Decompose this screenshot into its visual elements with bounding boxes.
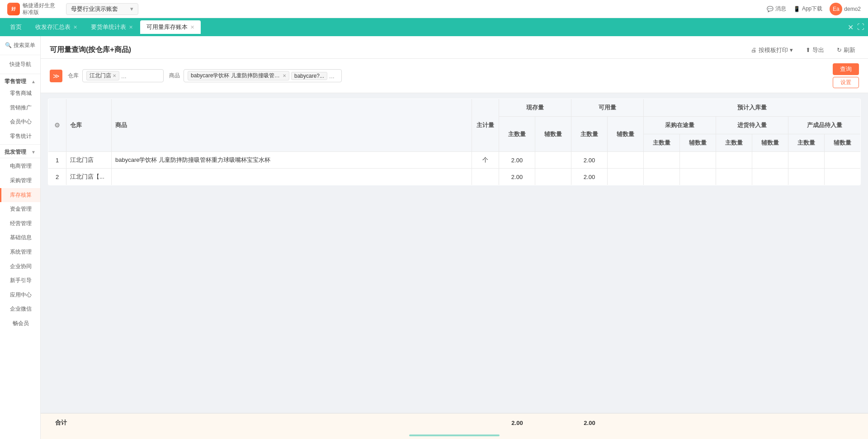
sidebar-item-enterprise[interactable]: 企业协同 — [0, 260, 40, 274]
sidebar-item-purchase[interactable]: 采购管理 — [0, 174, 40, 188]
retail-management-label: 零售管理 — [5, 78, 26, 85]
th-settings[interactable]: ⚙ — [48, 99, 66, 152]
wholesale-label: 批发管理 — [5, 148, 26, 156]
product-filter-label: 商品 — [169, 72, 180, 80]
online-store-label: 零售商城 — [10, 90, 32, 97]
avatar: Ea — [830, 3, 842, 15]
cell-warehouse: 江北门店【... — [66, 169, 112, 185]
sidebar: 🔍 搜索菜单 快捷导航 零售管理 ▲ 零售商城 营销推广 会员中心 零售统计 — [0, 36, 41, 439]
sidebar-item-system[interactable]: 系统管理 — [0, 245, 40, 260]
nav-tabs-bar: 首页 收发存汇总表 ✕ 要货单统计表 ✕ 可用量库存账本 ✕ ✕ ⛶ — [0, 18, 868, 36]
query-button[interactable]: 查询 — [833, 63, 859, 75]
sidebar-quicknav: 快捷导航 — [0, 55, 40, 74]
tab-receipt-close[interactable]: ✕ — [73, 24, 77, 30]
tab-receipt-summary[interactable]: 收发存汇总表 ✕ — [29, 20, 84, 34]
cell-available-aux — [608, 152, 644, 169]
sidebar-item-finance[interactable]: 资金管理 — [0, 202, 40, 217]
quicknav-label: 快捷导航 — [9, 61, 31, 68]
table-row: 1 江北门店 babycare学饮杯 儿童防摔防撞吸管杯重力球吸嘴杯宝宝水杯 个… — [48, 152, 861, 169]
sidebar-item-vip[interactable]: 畅会员 — [0, 316, 40, 331]
th-purchase-subgroup: 采购在途量 — [644, 117, 716, 134]
sidebar-section: 零售管理 ▲ 零售商城 营销推广 会员中心 零售统计 批发管理 ▼ 电商管理 — [0, 74, 40, 332]
product-more-button[interactable]: ... — [329, 72, 335, 80]
export-button[interactable]: ⬆ 导出 — [802, 44, 828, 56]
close-all-tabs-button[interactable]: ✕ — [848, 23, 854, 32]
warehouse-tag: 江北门店 ✕ — [86, 71, 119, 80]
page-header: 可用量查询(按仓库+商品) 🖨 按模板打印 ▾ ⬆ 导出 ↻ 刷新 — [41, 36, 868, 59]
ecommerce-label: 电商管理 — [10, 163, 32, 170]
sidebar-quicknav-item[interactable]: 快捷导航 — [0, 57, 40, 72]
app-center-label: 应用中心 — [10, 292, 32, 299]
tab-inventory-close[interactable]: ✕ — [190, 24, 194, 30]
sidebar-retail-management-header[interactable]: 零售管理 ▲ — [0, 75, 40, 86]
sidebar-item-new-guide[interactable]: 新手引导 — [0, 274, 40, 288]
tab-order-stats[interactable]: 要货单统计表 ✕ — [85, 20, 139, 34]
printer-icon: 🖨 — [751, 47, 757, 53]
refresh-button[interactable]: ↻ 刷新 — [833, 44, 859, 56]
marketing-label: 营销推广 — [10, 104, 32, 112]
cell-unit — [472, 169, 499, 185]
message-action[interactable]: 💬 消息 — [767, 5, 786, 13]
tab-home-label: 首页 — [10, 23, 22, 31]
cell-unit: 个 — [472, 152, 499, 169]
user-area[interactable]: Ea demo2 — [830, 3, 861, 15]
purchase-label: 采购管理 — [10, 177, 32, 184]
total-available-main: 2.00 — [571, 420, 608, 426]
th-purchase-aux: 辅数量 — [680, 134, 716, 152]
cell-available-main: 2.00 — [571, 152, 608, 169]
th-unit: 主计量 — [472, 99, 499, 152]
header-right: 💬 消息 📱 App下载 Ea demo2 — [767, 3, 861, 15]
tab-order-close[interactable]: ✕ — [129, 24, 133, 30]
sidebar-item-marketing[interactable]: 营销推广 — [0, 101, 40, 115]
warehouse-filter-group: 仓库 江北门店 ✕ ... — [68, 69, 164, 82]
th-incoming-subgroup: 进货待入量 — [716, 117, 788, 134]
total-inventory-main: 2.00 — [499, 420, 535, 426]
cell-incoming-aux — [752, 169, 788, 185]
sidebar-item-app-center[interactable]: 应用中心 — [0, 288, 40, 302]
cell-finished-aux — [825, 169, 861, 185]
warehouse-tag-remove[interactable]: ✕ — [113, 73, 116, 78]
filter-bar: ≫ 仓库 江北门店 ✕ ... 商品 babycare学饮杯 儿童防摔防撞吸管杯… — [41, 59, 868, 93]
th-finished-main: 主数量 — [788, 134, 825, 152]
logo-icon: 好 — [7, 3, 20, 15]
expand-tabs-button[interactable]: ⛶ — [857, 23, 864, 31]
table-container: ⚙ 仓库 商品 主计量 现存量 — [41, 93, 868, 413]
settings-icon[interactable]: ⚙ — [54, 122, 60, 129]
sidebar-wholesale-header[interactable]: 批发管理 ▼ — [0, 146, 40, 157]
table-row: 2 江北门店【... 2.00 2.00 — [48, 169, 861, 185]
sidebar-item-basic-info[interactable]: 基础信息 — [0, 231, 40, 245]
product-filter-input[interactable]: babycare学饮杯 儿童防摔防撞吸管杯重力球吸嘴杯宝宝水杯 ✕ babyca… — [184, 69, 342, 82]
sidebar-item-enterprise-wechat[interactable]: 企业微信 — [0, 302, 40, 316]
search-menu-button[interactable]: 🔍 搜索菜单 — [4, 40, 37, 51]
new-guide-label: 新手引导 — [10, 277, 32, 284]
print-template-button[interactable]: 🖨 按模板打印 ▾ — [747, 44, 797, 56]
content-area: 可用量查询(按仓库+商品) 🖨 按模板打印 ▾ ⬆ 导出 ↻ 刷新 ≫ — [41, 36, 868, 439]
warehouse-more-button[interactable]: ... — [121, 72, 127, 80]
sidebar-item-operations[interactable]: 经营管理 — [0, 217, 40, 231]
tab-home[interactable]: 首页 — [4, 20, 28, 34]
logo-text: 畅捷通好生意 标准版 — [23, 2, 55, 15]
product-tag-1: babycare学饮杯 儿童防摔防撞吸管杯重力球吸嘴杯宝宝水杯 ✕ — [188, 71, 289, 80]
tab-inventory-book[interactable]: 可用量库存账本 ✕ — [140, 20, 201, 34]
cell-warehouse: 江北门店 — [66, 152, 112, 169]
industry-selector[interactable]: 母婴行业演示账套 ▾ — [66, 3, 138, 15]
sidebar-item-retail-stats[interactable]: 零售统计 — [0, 129, 40, 144]
sidebar-item-inventory[interactable]: 库存核算 — [0, 188, 40, 203]
sidebar-item-ecommerce[interactable]: 电商管理 — [0, 159, 40, 174]
main-layout: 🔍 搜索菜单 快捷导航 零售管理 ▲ 零售商城 营销推广 会员中心 零售统计 — [0, 36, 868, 439]
sidebar-item-online-store[interactable]: 零售商城 — [0, 86, 40, 101]
app-download-action[interactable]: 📱 App下载 — [793, 5, 822, 13]
cell-incoming-aux — [752, 152, 788, 169]
settings-button[interactable]: 设置 — [833, 77, 859, 88]
warehouse-filter-input[interactable]: 江北门店 ✕ ... — [82, 69, 164, 82]
cell-incoming-main — [716, 152, 752, 169]
message-icon: 💬 — [767, 6, 774, 12]
cell-purchase-aux — [680, 169, 716, 185]
cell-inventory-aux — [535, 169, 571, 185]
sidebar-item-member-center[interactable]: 会员中心 — [0, 115, 40, 129]
product-tag-1-remove[interactable]: ✕ — [283, 73, 286, 78]
chevron-down-icon: ▾ — [130, 5, 133, 12]
filter-toggle-button[interactable]: ≫ — [50, 70, 62, 82]
username-label: demo2 — [844, 6, 861, 12]
cell-finished-main — [788, 169, 825, 185]
